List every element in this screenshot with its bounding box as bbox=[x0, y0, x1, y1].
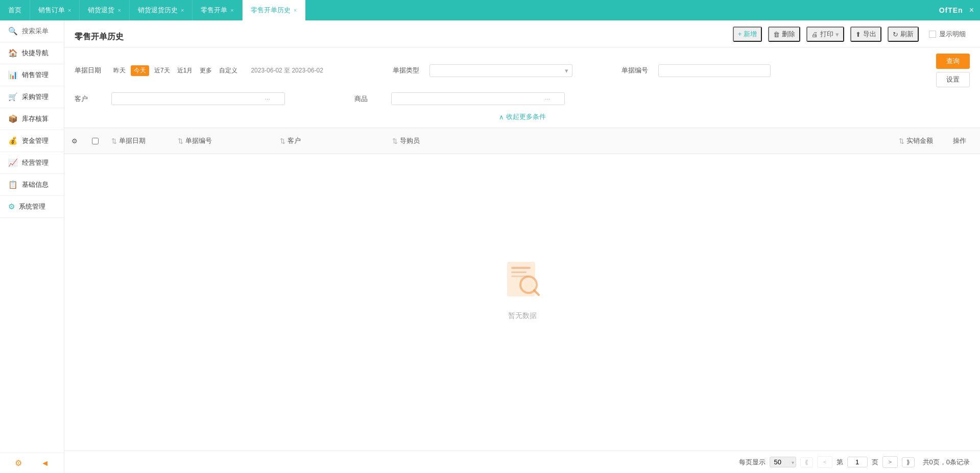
th-checkbox[interactable] bbox=[85, 134, 105, 148]
pagination: 每页显示 10 20 50 100 ⟪ ＜ 第 页 ＞ ⟫ 共0页，0条记录 bbox=[64, 451, 980, 473]
collapse-arrow-icon: ∧ bbox=[499, 113, 504, 121]
sidebar-item-sales[interactable]: 📊 销售管理 bbox=[0, 64, 64, 86]
sidebar-item-sales-label: 销售管理 bbox=[22, 70, 49, 80]
tab-close-return-history[interactable]: × bbox=[181, 7, 184, 13]
customer-dots: ··· bbox=[265, 95, 270, 103]
th-no[interactable]: ⇅ 单据编号 bbox=[172, 132, 274, 150]
shortcut-yesterday[interactable]: 昨天 bbox=[111, 65, 128, 76]
date-filter-label: 单据日期 bbox=[75, 66, 103, 75]
no-filter-label: 单据编号 bbox=[622, 66, 650, 75]
search-icon: 🔍 bbox=[8, 27, 18, 36]
show-detail-checkbox[interactable] bbox=[929, 31, 936, 38]
type-select[interactable] bbox=[429, 64, 572, 77]
delete-icon: 🗑 bbox=[773, 31, 780, 38]
query-button[interactable]: 查询 bbox=[936, 54, 970, 69]
select-all-checkbox[interactable] bbox=[92, 138, 99, 144]
purchase-icon: 🛒 bbox=[8, 92, 18, 102]
add-button[interactable]: + 新增 bbox=[733, 27, 762, 42]
sort-icon-date: ⇅ bbox=[111, 137, 117, 145]
page-title: 零售开单历史 bbox=[75, 32, 124, 42]
sidebar: 🔍 搜索采单 🏠 快捷导航 📊 销售管理 🛒 采购管理 📦 库存核算 💰 资金管… bbox=[0, 20, 64, 473]
print-icon: 🖨 bbox=[811, 31, 818, 38]
collapse-button[interactable]: ∧ 收起更多条件 bbox=[499, 112, 546, 121]
sidebar-footer: ⚙ ◄ bbox=[0, 453, 64, 473]
tab-retail-history[interactable]: 零售开单历史 × bbox=[243, 0, 305, 20]
tab-close-retail-history[interactable]: × bbox=[294, 7, 297, 13]
tab-return-history[interactable]: 销货退货历史 × bbox=[130, 0, 193, 20]
per-page-label: 每页显示 bbox=[739, 458, 766, 467]
tab-close-sales-order[interactable]: × bbox=[68, 7, 71, 13]
tab-home[interactable]: 首页 bbox=[0, 0, 30, 20]
tab-return[interactable]: 销货退货 × bbox=[80, 0, 129, 20]
tab-list: 首页 销售订单 × 销货退货 × 销货退货历史 × 零售开单 × 零售开单历史 … bbox=[0, 0, 939, 20]
shortcut-custom[interactable]: 自定义 bbox=[217, 65, 240, 76]
content-area: 零售开单历史 + 新增 🗑 🗑 删除 删除 🖨 打印 ▾ ⬆ 导出 bbox=[64, 20, 980, 473]
sidebar-item-basic[interactable]: 📋 基础信息 bbox=[0, 174, 64, 196]
goods-filter-label: 商品 bbox=[354, 94, 383, 104]
next-page-button[interactable]: ＞ bbox=[882, 456, 898, 468]
tab-close-retail[interactable]: × bbox=[230, 7, 233, 13]
sidebar-item-purchase[interactable]: 🛒 采购管理 bbox=[0, 86, 64, 108]
sidebar-item-system[interactable]: ⚙ 系统管理 bbox=[0, 196, 64, 218]
per-page-select[interactable]: 10 20 50 100 bbox=[770, 457, 796, 467]
page-header: 零售开单历史 + 新增 🗑 🗑 删除 删除 🖨 打印 ▾ ⬆ 导出 bbox=[64, 20, 980, 47]
shortcut-more[interactable]: 更多 bbox=[198, 65, 214, 76]
first-page-button[interactable]: ⟪ bbox=[800, 457, 813, 467]
sidebar-item-search[interactable]: 🔍 搜索采单 bbox=[0, 20, 64, 42]
sidebar-item-nav[interactable]: 🏠 快捷导航 bbox=[0, 42, 64, 64]
collapse-sidebar-button[interactable]: ◄ bbox=[41, 459, 49, 468]
tab-close-return[interactable]: × bbox=[117, 7, 121, 13]
shortcut-1month[interactable]: 近1月 bbox=[175, 65, 195, 76]
tab-sales-order[interactable]: 销售订单 × bbox=[30, 0, 80, 20]
sort-icon-customer: ⇅ bbox=[280, 137, 285, 145]
refresh-button[interactable]: ↻ 刷新 bbox=[888, 27, 919, 42]
show-detail-toggle[interactable]: 显示明细 bbox=[925, 28, 970, 41]
system-icon: ⚙ bbox=[8, 202, 15, 211]
date-shortcuts: 昨天 今天 近7天 近1月 更多 自定义 bbox=[111, 65, 240, 76]
total-info: 共0页，0条记录 bbox=[923, 458, 970, 467]
filter-row-2: 客户 ··· 商品 ··· bbox=[75, 92, 970, 105]
sales-icon: 📊 bbox=[8, 70, 18, 80]
sidebar-item-nav-label: 快捷导航 bbox=[22, 48, 49, 58]
top-bar: 首页 销售订单 × 销货退货 × 销货退货历史 × 零售开单 × 零售开单历史 … bbox=[0, 0, 980, 20]
sidebar-item-operations[interactable]: 📈 经营管理 bbox=[0, 152, 64, 174]
page-label: 第 bbox=[836, 458, 843, 467]
empty-illustration bbox=[497, 254, 548, 305]
settings-button[interactable]: 设置 bbox=[936, 72, 970, 87]
export-button[interactable]: ⬆ 导出 bbox=[850, 27, 881, 42]
query-settings-wrap: 查询 设置 bbox=[936, 54, 970, 87]
print-button[interactable]: 🖨 打印 ▾ bbox=[806, 27, 844, 42]
per-page-select-wrap: 10 20 50 100 bbox=[770, 457, 796, 467]
window-close-button[interactable]: × bbox=[969, 6, 974, 15]
table-header: ⚙ ⇅ 单据日期 ⇅ 单据编号 ⇅ 客户 ⇅ bbox=[64, 128, 980, 154]
th-customer[interactable]: ⇅ 客户 bbox=[274, 132, 386, 150]
settings-footer-button[interactable]: ⚙ bbox=[15, 458, 22, 468]
toolbar: + 新增 🗑 🗑 删除 删除 🖨 打印 ▾ ⬆ 导出 ↻ 刷 bbox=[733, 27, 970, 47]
tab-retail[interactable]: 零售开单 × bbox=[193, 0, 242, 20]
basic-icon: 📋 bbox=[8, 180, 18, 189]
empty-state: 暂无数据 bbox=[64, 154, 980, 451]
last-page-button[interactable]: ⟫ bbox=[902, 457, 915, 467]
th-date[interactable]: ⇅ 单据日期 bbox=[105, 132, 172, 150]
sidebar-item-inventory[interactable]: 📦 库存核算 bbox=[0, 108, 64, 130]
sidebar-item-search-label: 搜索采单 bbox=[22, 27, 49, 36]
th-settings[interactable]: ⚙ bbox=[64, 133, 85, 149]
filter-row-1: 单据日期 昨天 今天 近7天 近1月 更多 自定义 2023-06-02 至 2… bbox=[75, 54, 970, 87]
sort-icon-amount: ⇅ bbox=[899, 137, 904, 145]
sidebar-item-inventory-label: 库存核算 bbox=[22, 114, 49, 123]
no-input[interactable] bbox=[658, 64, 771, 77]
goods-input[interactable]: ··· bbox=[391, 92, 565, 105]
shortcut-today[interactable]: 今天 bbox=[131, 65, 149, 76]
th-guide[interactable]: ⇅ 导购员 bbox=[386, 132, 447, 150]
page-suffix: 页 bbox=[872, 458, 878, 467]
home-icon: 🏠 bbox=[8, 48, 18, 58]
goods-dots: ··· bbox=[544, 95, 550, 103]
sidebar-item-finance[interactable]: 💰 资金管理 bbox=[0, 130, 64, 152]
page-number-input[interactable] bbox=[847, 457, 868, 467]
prev-page-button[interactable]: ＜ bbox=[817, 456, 832, 468]
filter-area: 单据日期 昨天 今天 近7天 近1月 更多 自定义 2023-06-02 至 2… bbox=[64, 47, 980, 128]
customer-input[interactable]: ··· bbox=[111, 92, 285, 105]
shortcut-7days[interactable]: 近7天 bbox=[152, 65, 172, 76]
th-amount[interactable]: ⇅ 实销金额 bbox=[447, 132, 939, 150]
delete-button[interactable]: 🗑 🗑 删除 删除 bbox=[768, 27, 800, 42]
